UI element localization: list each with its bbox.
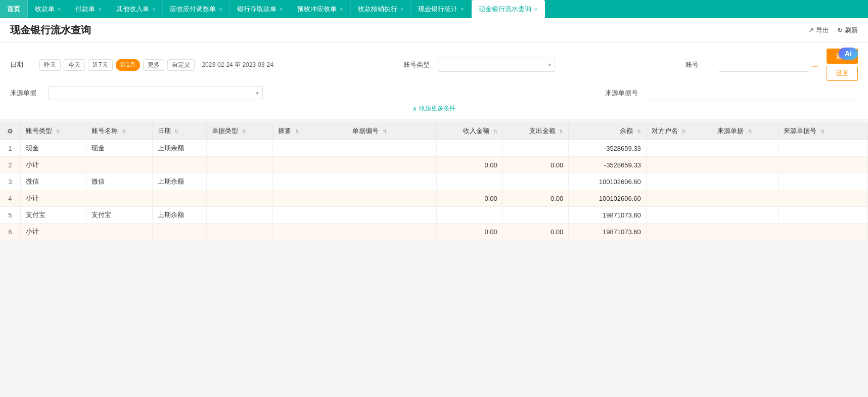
sort-counterpart-icon: ⇅ (681, 128, 686, 134)
collapse-label: 收起更多条件 (419, 104, 455, 113)
cell-seq: 5 (0, 207, 20, 224)
refresh-button[interactable]: ↻ 刷新 (837, 26, 858, 35)
close-receipt-icon[interactable]: × (58, 6, 61, 12)
col-counterpart[interactable]: 对方户名 ⇅ (646, 122, 712, 140)
close-advance-offset-icon[interactable]: × (340, 6, 343, 12)
data-table: ⚙ 账号类型 ⇅ 账号名称 ⇅ 日期 ⇅ 单据类型 ⇅ (0, 122, 868, 240)
cell-income: 0.00 (437, 157, 503, 173)
col-account-type[interactable]: 账号类型 ⇅ (20, 122, 86, 140)
col-gear[interactable]: ⚙ (0, 122, 20, 140)
cell-balance: 100102606.60 (569, 190, 647, 207)
cell-doc_type (207, 190, 273, 207)
table-body: 1现金现金上期余额-3528659.332小计0.000.00-3528659.… (0, 140, 868, 240)
nav-cash-bank-stat[interactable]: 现金银行统计 × (411, 0, 471, 18)
cell-source_doc_no (779, 224, 868, 240)
cell-doc_no (347, 207, 437, 224)
cell-source_doc_no (779, 173, 868, 190)
col-date[interactable]: 日期 ⇅ (152, 122, 207, 140)
account-type-select[interactable] (438, 58, 555, 72)
cell-source_doc (712, 157, 779, 173)
cell-source_doc (712, 190, 779, 207)
date-last7-btn[interactable]: 近7天 (88, 59, 113, 71)
nav-ar-ap-adjust[interactable]: 应收应付调整单 × (163, 0, 230, 18)
source-doc-select[interactable] (49, 86, 263, 100)
cell-expense: 0.00 (502, 190, 569, 207)
cell-summary (272, 157, 347, 173)
export-button[interactable]: ↗ 导出 (808, 26, 829, 35)
cell-expense: 0.00 (502, 224, 569, 240)
nav-other-income[interactable]: 其他收入单 × (109, 0, 163, 18)
cell-seq: 3 (0, 173, 20, 190)
source-doc-no-input[interactable] (649, 86, 858, 100)
cell-seq: 2 (0, 157, 20, 173)
col-doc-type[interactable]: 单据类型 ⇅ (207, 122, 273, 140)
col-source-doc[interactable]: 来源单据 ⇅ (712, 122, 779, 140)
col-expense[interactable]: 支出金额 ⇅ (502, 122, 569, 140)
cell-date: 上期余额 (152, 173, 207, 190)
cell-source_doc_no (779, 190, 868, 207)
nav-receipt[interactable]: 收款单 × (28, 0, 68, 18)
col-doc-no[interactable]: 单据编号 ⇅ (347, 122, 437, 140)
close-bank-deposit-icon[interactable]: × (280, 6, 283, 12)
cell-income (437, 140, 503, 157)
filter-row-1: 日期 昨天 今天 近7天 近1月 更多 自定义 2023-02-24 至 202… (10, 49, 858, 81)
close-cash-bank-stat-icon[interactable]: × (461, 6, 464, 12)
col-source-doc-no[interactable]: 来源单据号 ⇅ (779, 122, 868, 140)
sort-doc-type-icon: ⇅ (242, 128, 246, 134)
date-today-btn[interactable]: 今天 (64, 59, 85, 71)
col-income[interactable]: 收入金额 ⇅ (437, 122, 503, 140)
cell-date (152, 190, 207, 207)
setting-button[interactable]: 设置 (827, 66, 858, 81)
table-row: 5支付宝支付宝上期余额19871073.60 (0, 207, 868, 224)
date-yesterday-btn[interactable]: 昨天 (39, 59, 61, 71)
close-other-income-icon[interactable]: × (152, 6, 155, 12)
nav-cash-bank-flow[interactable]: 现金银行流水查询 × (472, 0, 545, 18)
table-row: 2小计0.000.00-3528659.33 (0, 157, 868, 173)
refresh-icon: ↻ (837, 26, 843, 34)
collapse-bar[interactable]: ∧ 收起更多条件 (10, 104, 858, 113)
table-header-row: ⚙ 账号类型 ⇅ 账号名称 ⇅ 日期 ⇅ 单据类型 ⇅ (0, 122, 868, 140)
cell-seq: 4 (0, 190, 20, 207)
sort-source-doc-no-icon: ⇅ (820, 128, 825, 134)
nav-advance-offset[interactable]: 预收冲应收单 × (290, 0, 350, 18)
account-input[interactable] (719, 58, 808, 72)
date-last1m-btn[interactable]: 近1月 (116, 59, 141, 71)
close-ar-ap-icon[interactable]: × (219, 6, 222, 12)
nav-bank-deposit[interactable]: 银行存取款单 × (230, 0, 290, 18)
account-dots-btn[interactable]: ... (812, 60, 818, 69)
cell-expense (502, 140, 569, 157)
cell-date (152, 224, 207, 240)
ai-badge[interactable]: Ai (839, 48, 858, 60)
cell-doc_no (347, 190, 437, 207)
cell-counterpart (646, 190, 712, 207)
cell-balance: 19871073.60 (569, 207, 647, 224)
cell-source_doc (712, 207, 779, 224)
close-cash-bank-flow-icon[interactable]: × (534, 6, 537, 12)
cell-source_doc (712, 173, 779, 190)
col-account-name[interactable]: 账号名称 ⇅ (86, 122, 153, 140)
cell-account_name (86, 224, 153, 240)
table-row: 1现金现金上期余额-3528659.33 (0, 140, 868, 157)
cell-summary (272, 140, 347, 157)
col-balance[interactable]: 余额 ⇅ (569, 122, 647, 140)
cell-date: 上期余额 (152, 207, 207, 224)
nav-home[interactable]: 首页 (0, 0, 28, 18)
cell-counterpart (646, 173, 712, 190)
collapse-up-icon: ∧ (413, 105, 417, 112)
cell-counterpart (646, 207, 712, 224)
nav-receipt-verify[interactable]: 收款核销执行 × (351, 0, 411, 18)
date-custom-btn[interactable]: 自定义 (167, 59, 195, 71)
cell-date (152, 157, 207, 173)
page-header: 现金银行流水查询 ↗ 导出 ↻ 刷新 (0, 18, 868, 42)
date-more-btn[interactable]: 更多 (143, 59, 164, 71)
nav-payment[interactable]: 付款单 × (68, 0, 109, 18)
cell-doc_type (207, 157, 273, 173)
close-payment-icon[interactable]: × (98, 6, 101, 12)
cell-date: 上期余额 (152, 140, 207, 157)
date-range-display: 2023-02-24 至 2023-03-24 (202, 61, 273, 69)
close-receipt-verify-icon[interactable]: × (400, 6, 403, 12)
col-summary[interactable]: 摘要 ⇅ (272, 122, 347, 140)
sort-income-icon: ⇅ (493, 128, 497, 134)
cell-counterpart (646, 140, 712, 157)
cell-counterpart (646, 157, 712, 173)
